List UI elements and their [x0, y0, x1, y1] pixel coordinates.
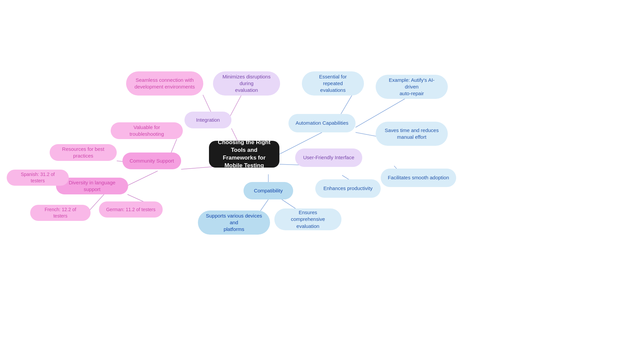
french-label: French: 12.2 of testers	[37, 206, 84, 219]
automation-node: Automation Capabilities	[288, 114, 356, 132]
user-friendly-label: User-Friendly Interface	[303, 154, 355, 161]
compatibility-label: Compatibility	[254, 187, 283, 194]
enhances-node: Enhances productivity	[315, 179, 381, 198]
svg-line-9	[126, 171, 158, 186]
minimizes-label: Minimizes disruptions during evaluation	[220, 73, 273, 94]
community-label: Community Support	[129, 158, 174, 164]
spanish-label: Spanish: 31.2 of testers	[13, 171, 62, 184]
facilitates-node: Facilitates smooth adoption	[381, 169, 456, 187]
supports-label: Supports various devices and platforms	[205, 213, 263, 233]
enhances-label: Enhances productivity	[323, 185, 373, 192]
seamless-label: Seamless connection with development env…	[135, 77, 195, 90]
essential-label: Essential for repeated evaluations	[309, 73, 357, 94]
supports-node: Supports various devices and platforms	[198, 210, 270, 235]
saves-node: Saves time and reduces manual effort	[376, 122, 448, 146]
minimizes-node: Minimizes disruptions during evaluation	[213, 71, 280, 96]
saves-label: Saves time and reduces manual effort	[385, 127, 439, 141]
troubleshoot-label: Valuable for troubleshooting	[117, 124, 176, 138]
user-friendly-node: User-Friendly Interface	[295, 148, 362, 167]
german-label: German: 11.2 of testers	[106, 206, 155, 213]
german-node: German: 11.2 of testers	[99, 201, 163, 218]
center-label: Choosing the Right Tools and Frameworks …	[216, 139, 273, 170]
example-label: Example: Autify's AI-driven auto-repair	[382, 77, 441, 97]
automation-label: Automation Capabilities	[296, 120, 348, 126]
community-node: Community Support	[122, 153, 181, 169]
integration-node: Integration	[184, 112, 231, 128]
compatibility-node: Compatibility	[244, 182, 293, 199]
ensures-label: Ensures comprehensive evaluation	[281, 209, 335, 230]
diversity-label: Diversity in language support	[63, 179, 121, 193]
resources-node: Resources for best practices	[50, 144, 117, 161]
integration-label: Integration	[196, 117, 220, 123]
ensures-node: Ensures comprehensive evaluation	[274, 208, 341, 230]
essential-node: Essential for repeated evaluations	[302, 71, 364, 96]
french-node: French: 12.2 of testers	[30, 205, 91, 221]
troubleshoot-node: Valuable for troubleshooting	[111, 122, 183, 139]
resources-label: Resources for best practices	[56, 146, 110, 160]
example-node: Example: Autify's AI-driven auto-repair	[376, 75, 448, 99]
facilitates-label: Facilitates smooth adoption	[388, 174, 449, 181]
center-node: Choosing the Right Tools and Frameworks …	[209, 141, 279, 168]
seamless-node: Seamless connection with development env…	[126, 71, 203, 96]
spanish-node: Spanish: 31.2 of testers	[7, 170, 69, 186]
